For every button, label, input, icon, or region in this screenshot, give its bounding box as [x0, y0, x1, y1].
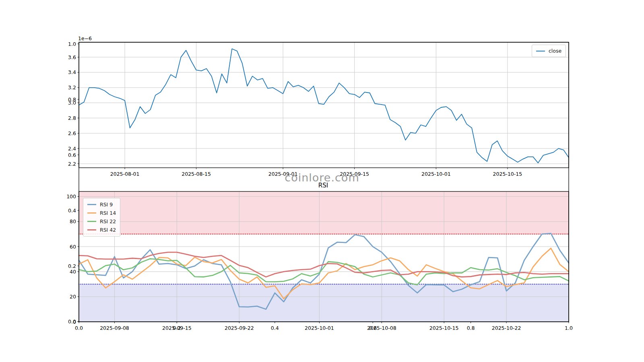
series-close — [79, 49, 569, 163]
outer-y-tick-label: 0.6 — [68, 152, 76, 158]
rsi14-line-sample — [87, 212, 96, 214]
rsi-legend: RSI 9 RSI 14 RSI 22 RSI 42 — [83, 198, 120, 237]
price-plot: 2025-08-012025-08-152025-09-012025-09-15… — [68, 42, 569, 177]
y-tick-label: 3.6 — [68, 54, 76, 60]
rsi9-line-sample — [87, 204, 96, 205]
y-tick-label: 2.6 — [68, 130, 76, 136]
y-tick-label: 80 — [70, 218, 76, 224]
y-tick-label: 100 — [66, 193, 76, 200]
x-tick-label: 2025-08-01 — [110, 171, 140, 177]
x-tick-label: 2025-08-15 — [182, 171, 211, 177]
x-tick-label: 2025-09-08 — [100, 325, 129, 331]
price-legend: close — [532, 45, 566, 57]
x-tick-label: 2025-10-15 — [493, 171, 522, 177]
outer-y-tick-label: 0.4 — [68, 208, 76, 214]
y-tick-label: 3.4 — [68, 69, 76, 75]
rsi22-line-sample — [87, 221, 96, 222]
outer-x-tick-label: 0.2 — [173, 325, 181, 331]
oversold-band — [79, 284, 569, 322]
legend-row-rsi14: RSI 14 — [87, 209, 116, 217]
rsi-plot: 2025-09-082025-09-152025-09-222025-10-01… — [66, 191, 569, 331]
x-tick-label: 2025-10-22 — [492, 325, 521, 331]
y-tick-label: 2.2 — [68, 161, 76, 167]
legend-label-rsi22: RSI 22 — [100, 218, 116, 224]
outer-y-tick-label: 1.0 — [68, 41, 76, 47]
legend-row-rsi9: RSI 9 — [87, 200, 116, 209]
y-tick-label: 60 — [70, 244, 76, 250]
overbought-band — [79, 191, 569, 234]
legend-label-rsi14: RSI 14 — [100, 210, 116, 216]
legend-label-rsi9: RSI 9 — [100, 202, 113, 208]
outer-x-tick-label: 1.0 — [565, 325, 573, 331]
outer-y-tick-label: 0.0 — [68, 319, 76, 325]
legend-label-rsi42: RSI 42 — [100, 227, 116, 233]
legend-row-close: close — [536, 47, 561, 55]
rsi42-line-sample — [87, 229, 96, 230]
series-rsi-42 — [79, 252, 569, 277]
outer-y-tick-label: 0.8 — [68, 97, 76, 103]
legend-row-rsi42: RSI 42 — [87, 226, 116, 234]
x-tick-label: 2025-10-01 — [305, 325, 334, 331]
y-tick-label: 2.4 — [68, 146, 76, 152]
close-line-sample — [536, 51, 545, 51]
outer-x-tick-label: 0.8 — [467, 325, 475, 331]
y-tick-label: 2.8 — [68, 115, 76, 121]
legend-label-close: close — [549, 48, 561, 54]
outer-y-tick-label: 0.2 — [68, 263, 76, 269]
x-tick-label: 2025-10-15 — [429, 325, 459, 331]
y-tick-label: 20 — [70, 294, 76, 300]
outer-x-tick-label: 0.4 — [271, 325, 279, 331]
legend-row-rsi22: RSI 22 — [87, 217, 116, 226]
price-axis-offset-label: 1e−6 — [78, 35, 92, 41]
y-tick-label: 3.2 — [68, 84, 76, 90]
rsi-chart-title: RSI — [318, 182, 328, 189]
outer-x-tick-label: 0.6 — [369, 325, 377, 331]
x-tick-label: 2025-09-22 — [225, 325, 254, 331]
figure: 2025-08-012025-08-152025-09-012025-09-15… — [0, 0, 644, 362]
outer-x-tick-label: 0.0 — [75, 325, 83, 331]
y-tick-label: 40 — [70, 269, 76, 275]
x-tick-label: 2025-10-01 — [421, 171, 451, 177]
